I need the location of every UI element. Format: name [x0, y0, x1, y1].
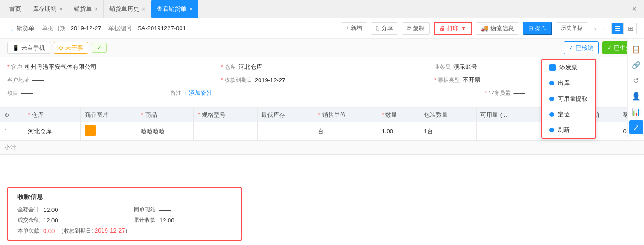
col-available: 可用量 (...	[477, 108, 538, 122]
checked-button[interactable]: ✓	[92, 43, 107, 53]
payment-grid: 金额合计 12.00 同单现结 —— 成交金额 12.00 累计收款 12.00…	[17, 206, 232, 235]
total-amount-row: 金额合计 12.00	[17, 206, 115, 214]
project-value: ——	[21, 90, 33, 97]
ship-item[interactable]: 出库	[542, 75, 595, 91]
customer-field: 客户 柳州粤港平安气体有限公司	[7, 63, 210, 71]
col-sales-unit: 销售单位	[314, 108, 378, 122]
sub-toolbar: 📱 来自手机 ⊙ 未开票 ✓ ✓ 已核销 ✓ 已生效	[0, 39, 644, 57]
total-amount-label: 金额合计	[17, 206, 40, 214]
sidebar-link-icon[interactable]: 🔗	[629, 58, 643, 72]
tab-inventory-close[interactable]: ×	[59, 6, 62, 12]
refresh-item[interactable]: 刷新	[542, 122, 595, 138]
project-field: 项目 ——	[7, 89, 159, 97]
document-meta: 单据日期 2019-12-27 单据编号 SA-20191227-001	[42, 24, 186, 33]
checked-icon: ✓	[97, 45, 102, 51]
invoice-icon	[549, 64, 556, 71]
logistics-icon: 🚚	[481, 25, 488, 32]
ticket-type-value[interactable]: 不开票	[463, 76, 480, 84]
col-product: 商品	[137, 108, 194, 122]
add-button[interactable]: + 新增	[341, 22, 367, 34]
unchecked-label: 未开票	[65, 44, 83, 52]
tab-history[interactable]: 销货单历史 ×	[104, 0, 151, 18]
phone-icon: 📱	[12, 45, 19, 51]
payment-info: 收款信息 金额合计 12.00 同单现结 —— 成交金额 12.00 累计收款 …	[7, 187, 242, 241]
unchecked-button[interactable]: ⊙ 未开票	[54, 42, 88, 54]
copy-icon: ⧉	[407, 25, 411, 32]
tab-view-sales-close[interactable]: ×	[189, 6, 192, 12]
address-field: 客户地址 ——	[7, 76, 210, 84]
list-view-button[interactable]: ☰	[611, 23, 624, 34]
window-close-button[interactable]: ×	[628, 4, 640, 14]
tab-home[interactable]: 首页	[4, 0, 27, 18]
row-spec	[194, 122, 258, 141]
main-content: ↑↓ 销货单 单据日期 2019-12-27 单据编号 SA-20191227-…	[0, 18, 644, 245]
available-qty-label: 可用量提取	[558, 95, 588, 103]
history-records-button[interactable]: 历史单据	[556, 22, 588, 34]
available-qty-icon	[549, 97, 554, 101]
ship-label: 出库	[558, 79, 570, 87]
row-index: 1	[0, 122, 24, 141]
overdue-value: 0.00	[43, 228, 55, 234]
logistics-label: 物流信息	[490, 24, 514, 33]
overdue-note: （收款到期日: 2019-12-27）	[58, 227, 130, 235]
cancelled-label: 已核销	[576, 44, 593, 51]
print-button[interactable]: 🖨 打印 ▼	[434, 22, 472, 35]
tab-sales[interactable]: 销货单 ×	[68, 0, 104, 18]
locate-icon	[549, 112, 554, 117]
tab-history-close[interactable]: ×	[142, 6, 145, 12]
print-dropdown-icon: ▼	[461, 25, 467, 32]
payment-date-value[interactable]: 2019-12-27	[255, 77, 286, 84]
sidebar-expand-icon[interactable]: ⤢	[629, 120, 643, 134]
sales-rep-value: ——	[514, 90, 525, 97]
tab-view-sales[interactable]: 查看销货单 ×	[151, 0, 198, 18]
tab-inventory[interactable]: 库存期初 ×	[27, 0, 68, 18]
from-phone-button[interactable]: 📱 来自手机	[7, 42, 50, 54]
tab-inventory-label: 库存期初	[33, 5, 56, 13]
product-image	[85, 125, 96, 136]
locate-item[interactable]: 定位	[542, 107, 595, 122]
sidebar-user-icon[interactable]: 👤	[629, 89, 643, 103]
row-min-stock	[257, 122, 314, 141]
document-header: ↑↓ 销货单 单据日期 2019-12-27 单据编号 SA-20191227-…	[0, 18, 644, 39]
same-order-row: 同单现结 ——	[134, 206, 232, 214]
tab-sales-close[interactable]: ×	[95, 6, 98, 12]
document-icon: ↑↓	[7, 25, 14, 32]
grid-view-button[interactable]: ⊞	[625, 23, 637, 34]
row-available	[477, 122, 538, 141]
sidebar-chart-icon[interactable]: 📊	[629, 105, 643, 119]
print-icon: 🖨	[439, 25, 445, 32]
right-sidebar: 📋 🔗 ↺ 👤 📊 ⤢	[627, 39, 644, 138]
col-product-img: 商品图片	[80, 108, 137, 122]
address-value: ——	[32, 77, 44, 84]
number-label: 单据编号 SA-20191227-001	[108, 24, 186, 33]
warehouse-value[interactable]: 河北仓库	[238, 63, 262, 71]
address-label: 客户地址	[7, 76, 29, 84]
add-remark-button[interactable]: + 添加备注	[184, 89, 213, 97]
col-pkg-qty: 包装数量	[420, 108, 477, 122]
customer-value[interactable]: 柳州粤港平安气体有限公司	[25, 63, 96, 71]
sidebar-doc-icon[interactable]: 📋	[629, 42, 643, 56]
copy-button[interactable]: ⧉ 复制	[402, 22, 430, 35]
add-invoice-item[interactable]: 添发票	[542, 60, 595, 75]
sidebar-return-icon[interactable]: ↺	[629, 74, 643, 87]
share-icon: ⎘	[376, 25, 379, 32]
logistics-button[interactable]: 🚚 物流信息	[476, 22, 519, 35]
copy-label: 复制	[413, 24, 425, 33]
share-button[interactable]: ⎘ 分享	[371, 22, 398, 35]
share-label: 分享	[381, 24, 393, 33]
cumulative-row: 累计收款 12.00	[134, 217, 232, 224]
from-phone-label: 来自手机	[21, 44, 45, 52]
cancelled-button[interactable]: ✓ 已核销	[564, 41, 598, 54]
staff-label: 业务员	[434, 63, 451, 71]
operation-label: 操作	[535, 24, 547, 33]
plus-icon: +	[184, 90, 188, 97]
col-quantity: 数量	[378, 108, 420, 122]
prev-button[interactable]: ‹	[592, 23, 599, 34]
tab-home-label: 首页	[9, 5, 21, 13]
unchecked-icon: ⊙	[59, 45, 63, 51]
available-qty-item[interactable]: 可用量提取	[542, 91, 595, 107]
col-settings: ⚙	[0, 108, 24, 122]
add-invoice-label: 添发票	[559, 63, 577, 72]
next-button[interactable]: ›	[600, 23, 608, 34]
operation-button[interactable]: ⊞ 操作	[523, 22, 552, 35]
